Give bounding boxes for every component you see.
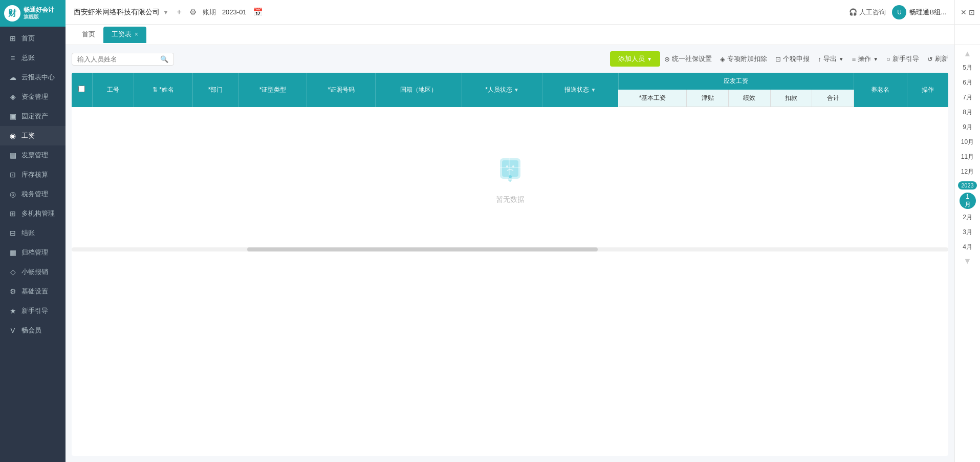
th-performance: 绩效 xyxy=(729,90,771,107)
add-person-button[interactable]: 添加人员 ▼ xyxy=(610,51,660,67)
calendar-icon[interactable]: 📅 xyxy=(253,7,263,17)
svg-point-5 xyxy=(509,175,512,178)
month-1-active[interactable]: 1月 xyxy=(960,193,976,209)
add-company-icon[interactable]: ＋ xyxy=(175,7,183,17)
sidebar-item-expense[interactable]: ◇ 小畅报销 xyxy=(0,262,66,282)
tab-home[interactable]: 首页 xyxy=(74,26,103,44)
th-total: 合计 xyxy=(812,90,854,107)
sidebar-item-settings[interactable]: ⚙ 基础设置 xyxy=(0,282,66,301)
salary-table: 工号 ⇅ *姓名 *部门 *证型类型 *证照号码 国籍（地区） *人员状态 ▼ xyxy=(72,73,948,456)
month-12[interactable]: 12月 xyxy=(955,164,980,179)
right-panel-month-selector: ▲ 5月 6月 7月 8月 9月 10月 11月 12月 2023 1月 2月 … xyxy=(954,45,980,462)
svg-rect-7 xyxy=(508,178,512,181)
personal-tax-label: 个税申报 xyxy=(783,54,810,64)
panel-up-arrow[interactable]: ▲ xyxy=(962,47,974,60)
month-3[interactable]: 3月 xyxy=(955,225,980,240)
topbar: 西安虾米网络科技有限公司 ▼ ＋ ⚙ 账期 2023-01 📅 🎧 人工咨询 U… xyxy=(66,0,954,25)
tab-home-label: 首页 xyxy=(82,30,95,39)
sidebar-item-member[interactable]: V 畅会员 xyxy=(0,321,66,340)
month-11[interactable]: 11月 xyxy=(955,150,980,164)
sidebar-item-close[interactable]: ⊟ 结账 xyxy=(0,223,66,243)
sidebar-logo: 财 畅通好会计 旗舰版 xyxy=(0,0,66,27)
month-5[interactable]: 5月 xyxy=(955,60,980,75)
personal-tax-btn[interactable]: ⊡ 个税申报 xyxy=(775,54,810,64)
sidebar-item-fixed-assets[interactable]: ▣ 固定资产 xyxy=(0,107,66,126)
panel-down-arrow[interactable]: ▼ xyxy=(962,255,974,268)
th-allowance: 津贴 xyxy=(687,90,729,107)
th-checkbox[interactable] xyxy=(72,73,92,107)
user-info[interactable]: U 畅理通B组... xyxy=(892,5,946,19)
search-input[interactable] xyxy=(77,55,157,63)
horizontal-scrollbar[interactable] xyxy=(72,247,948,251)
inventory-icon: ⊡ xyxy=(8,171,17,179)
month-4[interactable]: 4月 xyxy=(955,240,980,255)
ledger-icon: ≡ xyxy=(8,54,17,62)
social-security-btn[interactable]: ⊛ 统一社保设置 xyxy=(664,54,712,64)
month-2[interactable]: 2月 xyxy=(955,210,980,225)
sidebar-item-label: 发票管理 xyxy=(21,151,48,160)
sidebar-item-invoice[interactable]: ▤ 发票管理 xyxy=(0,145,66,165)
th-salary-group: 应发工资 xyxy=(618,73,854,90)
company-name: 西安虾米网络科技有限公司 xyxy=(74,8,160,17)
month-7[interactable]: 7月 xyxy=(955,90,980,105)
sidebar-item-ledger[interactable]: ≡ 总账 xyxy=(0,48,66,68)
month-8[interactable]: 8月 xyxy=(955,105,980,120)
settings-gear-icon[interactable]: ⚙ xyxy=(189,7,197,17)
export-btn[interactable]: ↑ 导出 ▼ xyxy=(818,54,843,64)
export-icon: ↑ xyxy=(818,55,821,63)
sidebar-nav: ⊞ 首页 ≡ 总账 ☁ 云报表中心 ◈ 资金管理 ▣ 固定资产 ◉ 工资 ▤ 发… xyxy=(0,27,66,462)
company-selector[interactable]: 西安虾米网络科技有限公司 ▼ xyxy=(74,8,169,17)
th-person-status[interactable]: *人员状态 ▼ xyxy=(462,73,542,107)
th-name[interactable]: ⇅ *姓名 xyxy=(134,73,192,107)
ops-btn[interactable]: ≡ 操作 ▼ xyxy=(852,54,879,64)
tab-salary-table[interactable]: 工资表 × xyxy=(103,27,146,43)
th-report-status[interactable]: 报送状态 ▼ xyxy=(542,73,619,107)
sidebar-item-label: 库存核算 xyxy=(21,170,48,179)
sidebar-item-label: 首页 xyxy=(21,34,35,43)
select-all-checkbox[interactable] xyxy=(78,86,85,92)
th-region: 国籍（地区） xyxy=(376,73,462,107)
month-6[interactable]: 6月 xyxy=(955,75,980,90)
user-name: 畅理通B组... xyxy=(909,8,946,17)
sidebar-item-label: 基础设置 xyxy=(21,287,48,296)
sidebar-item-multi-org[interactable]: ⊞ 多机构管理 xyxy=(0,204,66,223)
sidebar-item-label: 税务管理 xyxy=(21,190,48,199)
sidebar-item-label: 云报表中心 xyxy=(21,73,55,82)
sidebar-item-fund[interactable]: ◈ 资金管理 xyxy=(0,87,66,107)
ops-label: 操作 xyxy=(858,54,871,64)
sidebar-item-guide[interactable]: ★ 新手引导 xyxy=(0,301,66,321)
empty-icon xyxy=(490,148,531,189)
sidebar-item-inventory[interactable]: ⊡ 库存核算 xyxy=(0,165,66,184)
customer-service-label: 人工咨询 xyxy=(859,8,886,17)
customer-service-btn[interactable]: 🎧 人工咨询 xyxy=(849,8,886,17)
ops-arrow-icon: ▼ xyxy=(873,56,878,62)
refresh-icon: ↺ xyxy=(927,55,933,63)
sidebar-item-archive[interactable]: ▦ 归档管理 xyxy=(0,243,66,262)
svg-point-8 xyxy=(506,165,508,167)
scrollbar-thumb[interactable] xyxy=(247,247,598,251)
sidebar-item-label: 新手引导 xyxy=(21,306,48,316)
guide-icon: ★ xyxy=(8,307,17,315)
th-pension: 养老名 xyxy=(854,73,907,107)
refresh-btn[interactable]: ↺ 刷新 xyxy=(927,54,948,64)
special-deduct-btn[interactable]: ◈ 专项附加扣除 xyxy=(720,54,767,64)
sidebar-item-home[interactable]: ⊞ 首页 xyxy=(0,29,66,48)
sidebar-item-label: 多机构管理 xyxy=(21,209,55,218)
close-panel-icon[interactable]: ✕ xyxy=(961,8,967,16)
salary-icon: ◉ xyxy=(8,132,17,140)
th-id-type: *证型类型 xyxy=(238,73,307,107)
main-inner: 🔍 添加人员 ▼ ⊛ 统一社保设置 ◈ 专项附加扣除 xyxy=(66,45,954,462)
month-10[interactable]: 10月 xyxy=(955,135,980,150)
guide-toolbar-icon: ○ xyxy=(886,55,890,63)
month-9[interactable]: 9月 xyxy=(955,120,980,135)
search-box[interactable]: 🔍 xyxy=(72,53,174,66)
export-arrow-icon: ▼ xyxy=(839,56,844,62)
sidebar-item-cloud-report[interactable]: ☁ 云报表中心 xyxy=(0,68,66,87)
sidebar-item-salary[interactable]: ◉ 工资 xyxy=(0,126,66,145)
th-id: 工号 xyxy=(92,73,134,107)
guide-btn[interactable]: ○ 新手引导 xyxy=(886,54,919,64)
tab-close-icon[interactable]: × xyxy=(135,31,138,38)
sidebar-item-tax[interactable]: ◎ 税务管理 xyxy=(0,184,66,204)
period-value: 2023-01 xyxy=(222,8,247,16)
expand-panel-icon[interactable]: ⊡ xyxy=(969,8,975,16)
